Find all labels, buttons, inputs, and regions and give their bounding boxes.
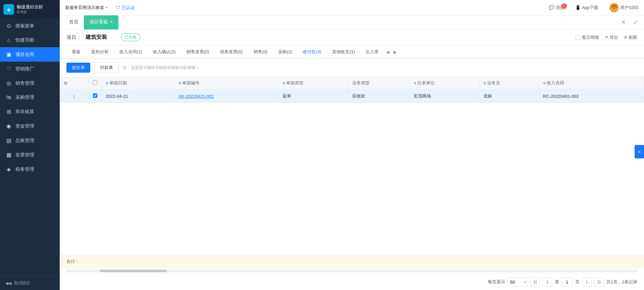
tab-right-actions: ✕ ⤢: [619, 18, 640, 27]
sidebar-item-ledger[interactable]: ▤ 总账管理: [0, 133, 60, 148]
payment-tab-button[interactable]: 付款单: [94, 62, 119, 73]
last-page-button[interactable]: ⟩⟩: [594, 277, 604, 287]
prev-page-button[interactable]: ⟨: [543, 277, 552, 287]
col-header-partner[interactable]: ⇅ 往来单位: [410, 77, 479, 90]
col-header-type[interactable]: ⇅ 单据类型: [278, 77, 348, 90]
sidebar-item-invoice[interactable]: ▦ 发票管理: [0, 148, 60, 162]
export-button[interactable]: ↗ 导出: [604, 34, 618, 41]
col-header-gear[interactable]: ⚙: [60, 77, 89, 90]
sidebar-item-inventory[interactable]: ⊞ 库存核算: [0, 104, 60, 119]
next-page-button[interactable]: ⟩: [582, 277, 592, 287]
sub-tab-income-confirm[interactable]: 收入确认(2): [148, 46, 181, 59]
main-content: 新服务官网演示账套 ▾ 🛡 已认证 💬 消息 1 📱 App下载 🐯 用户335…: [60, 0, 644, 290]
user-button[interactable]: 🐯 用户3355: [609, 3, 639, 12]
floating-side-button[interactable]: ≡: [635, 145, 644, 158]
refresh-icon: ↺: [624, 35, 627, 40]
sidebar-icon-inventory: ⊞: [5, 108, 12, 115]
sub-tab-kanban[interactable]: 看板: [66, 46, 86, 59]
scroll-track[interactable]: [66, 270, 637, 272]
sidebar-icon-invoice: ▦: [5, 152, 12, 158]
page-number-input[interactable]: [562, 277, 573, 287]
row-checkbox-0[interactable]: [93, 93, 97, 98]
col-header-number[interactable]: ⇅ 单据编号: [174, 77, 278, 90]
workspace-dropdown-icon[interactable]: ▾: [106, 5, 108, 10]
tab-home[interactable]: 首页: [64, 15, 84, 29]
receipt-tab-button[interactable]: 收款单: [66, 63, 90, 73]
sidebar-icon-project-contract: ▣: [5, 51, 12, 58]
app-download-label: App下载: [582, 5, 598, 11]
scroll-thumb[interactable]: [100, 270, 167, 272]
export-label: 导出: [609, 34, 618, 41]
export-icon: ↗: [604, 35, 608, 40]
sidebar-footer[interactable]: ◀◀ 取消固定: [0, 276, 60, 290]
sort-icon-date[interactable]: ⇅: [106, 81, 109, 85]
message-badge: 1: [561, 3, 567, 9]
total-bar: 合计：: [60, 255, 644, 268]
sub-tab-purchase[interactable]: 采购(2): [273, 46, 298, 59]
expand-button[interactable]: ⤢: [631, 18, 640, 27]
refresh-button[interactable]: ↺ 刷新: [624, 34, 637, 41]
sidebar-label-marketing: 营销推广: [15, 66, 34, 72]
show-detail-checkbox[interactable]: [576, 35, 580, 40]
table-row[interactable]: 1 2022-04-21 SK-20220421-001 蓝单 应收款 宏茂商场…: [60, 90, 644, 103]
row-type-0: 蓝单: [278, 90, 348, 103]
page-size-select[interactable]: 50 100 200: [508, 277, 528, 287]
sub-tab-label-sales-invoice: 销售发票(0): [186, 49, 209, 54]
sub-tab-sales-invoice[interactable]: 销售发票(0): [181, 46, 215, 59]
sub-tab-profit[interactable]: 盈利分析: [86, 46, 114, 59]
tab-close-project-board[interactable]: ✕: [110, 20, 113, 24]
sidebar-label-quick-nav: 快捷导航: [15, 37, 34, 43]
sub-tab-sales[interactable]: 销售(0): [248, 46, 273, 59]
sub-tab-other-expense[interactable]: 其他收支(1): [327, 46, 360, 59]
sort-icon-salesperson[interactable]: ⇅: [483, 81, 487, 85]
certified-label: 已认证: [122, 5, 135, 11]
col-header-date[interactable]: ⇅ 单据日期: [102, 77, 174, 90]
sidebar-label-inventory: 库存核算: [15, 109, 34, 115]
sidebar-item-marketing[interactable]: ♡ 营销推广: [0, 62, 60, 76]
sub-tab-income-contract[interactable]: 收入合同(1): [114, 46, 148, 59]
tab-project-board[interactable]: 项目看板✕: [84, 15, 118, 29]
show-detail-toggle[interactable]: 显示明细: [576, 34, 599, 41]
sidebar-item-project-contract[interactable]: ▣ 项目合同: [0, 47, 60, 62]
sidebar-item-sales[interactable]: ◎ 销售管理: [0, 76, 60, 90]
sort-icon-partner[interactable]: ⇅: [414, 81, 417, 85]
sub-tab-receipt[interactable]: 收付款(4): [298, 46, 327, 59]
table-header: ⚙⇅ 单据日期⇅ 单据编号⇅ 单据类型业务类型⇅ 往来单位⇅ 业务员⇅ 收入合同: [60, 77, 644, 90]
sidebar-item-finance[interactable]: ◉ 资金管理: [0, 119, 60, 133]
sub-tab-tax-invoice[interactable]: 税务发票(0): [215, 46, 248, 59]
sub-tab-inout[interactable]: 出入库: [360, 46, 384, 59]
close-tab-button[interactable]: ✕: [619, 18, 628, 27]
sub-tab-label-tax-invoice: 税务发票(0): [220, 49, 243, 54]
sub-tab-label-inout: 出入库: [366, 49, 379, 54]
sidebar-item-purchase[interactable]: 🛍 采购管理: [0, 90, 60, 104]
message-button[interactable]: 💬 消息 1: [549, 5, 564, 11]
project-more-button[interactable]: ···: [111, 35, 117, 40]
select-all-checkbox[interactable]: [93, 80, 97, 85]
sort-icon-number[interactable]: ⇅: [178, 81, 182, 85]
app-download-button[interactable]: 📱 App下载: [575, 5, 598, 11]
col-header-salesperson[interactable]: ⇅ 业务员: [479, 77, 539, 90]
sub-tab-next-arrow[interactable]: ▶: [391, 47, 399, 57]
sidebar-item-search[interactable]: ⊙ 搜索菜单: [0, 19, 60, 33]
sidebar-item-quick-nav[interactable]: ⌂ 快捷导航: [0, 33, 60, 47]
row-link-0[interactable]: SK-20220421-001: [178, 94, 214, 99]
row-checkbox-cell[interactable]: [89, 90, 102, 103]
scrollbar-area: [60, 268, 644, 274]
col-header-income_contract[interactable]: ⇅ 收入合同: [539, 77, 644, 90]
col-header-checkbox: [89, 77, 102, 90]
sidebar-scroll: ⊙ 搜索菜单⌂ 快捷导航▣ 项目合同♡ 营销推广◎ 销售管理🛍 采购管理⊞ 库存…: [0, 19, 60, 276]
gear-icon[interactable]: ⚙: [64, 81, 68, 86]
sub-tab-label-sales: 销售(0): [254, 49, 268, 54]
tab-bar: 首页项目看板✕ ✕ ⤢: [60, 15, 644, 29]
unpin-label: 取消固定: [14, 280, 30, 286]
page-size-label: 每页显示: [488, 279, 505, 285]
sort-icon-income_contract[interactable]: ⇅: [543, 81, 547, 85]
sidebar-item-tax[interactable]: ◈ 税务管理: [0, 162, 60, 176]
sub-tab-prev-arrow[interactable]: ◀: [384, 47, 391, 57]
row-number-0[interactable]: SK-20220421-001: [174, 90, 278, 103]
row-partner-0: 宏茂商场: [410, 90, 479, 103]
content-area: 项目： 建筑安装 ··· 已生效 显示明细 ↗ 导出 ↺ 刷新: [60, 29, 644, 290]
sort-icon-type[interactable]: ⇅: [282, 81, 286, 85]
table-body: 1 2022-04-21 SK-20220421-001 蓝单 应收款 宏茂商场…: [60, 90, 644, 103]
first-page-button[interactable]: ⟨⟨: [531, 277, 540, 287]
